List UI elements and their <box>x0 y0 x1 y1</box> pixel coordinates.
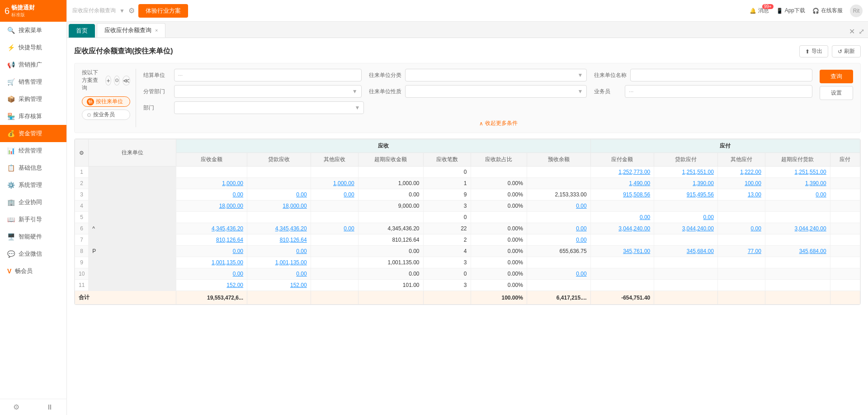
table-footer-row: 合计 19,553,472,6... 100.00% 6,417,215....… <box>75 291 860 305</box>
dept-input[interactable]: ▼ <box>174 85 362 98</box>
page-header: 应收应付余额查询(按往来单位) ⬆ 导出 ↺ 刷新 <box>74 45 861 57</box>
table-row: 4 18,000.00 18,000.00 9,000.00 3 0.00% 0… <box>75 200 860 212</box>
top-bar: 应收应付余额查询 ▼ ⚙ 体验行业方案 🔔 消息 99+ 📱 App下载 🎧 在… <box>67 0 868 22</box>
breadcrumb-dropdown-icon[interactable]: ▼ <box>119 8 125 14</box>
table-row: 3 0.00 0.00 0.00 0.00 9 0.00% 2,153,333.… <box>75 189 860 200</box>
scheme-by-salesman[interactable]: ⊙ 按业务员 <box>82 110 130 120</box>
app-name: 畅捷通财 <box>11 4 35 12</box>
table-row: 5 0 0.00 0.00 <box>75 212 860 223</box>
col-group-payable: 应付 <box>590 139 860 153</box>
bell-icon: 🔔 <box>750 8 756 14</box>
partner-name-input[interactable] <box>630 69 812 81</box>
sidebar-item-hardware[interactable]: 🖥️ 智能硬件 <box>0 228 66 245</box>
solution-button[interactable]: 体验行业方案 <box>138 4 188 18</box>
col-rec-overdue: 超期应收金额 <box>358 153 423 167</box>
page-content: 应收应付余额查询(按往来单位) ⬆ 导出 ↺ 刷新 <box>67 38 868 415</box>
hardware-icon: 🖥️ <box>7 233 15 240</box>
sidebar-item-wecom[interactable]: 💬 企业微信 <box>0 245 66 262</box>
col-pay-amount: 应付金额 <box>590 153 654 167</box>
edit-scheme-icon[interactable]: ⊙ <box>114 76 120 86</box>
tab-home[interactable]: 首页 <box>69 24 95 38</box>
filter-dept: 分管部门 ▼ <box>143 85 362 98</box>
marketing-icon: 📢 <box>7 61 15 68</box>
sidebar-item-guide[interactable]: 📖 新手引导 <box>0 211 66 228</box>
col-pay-overdue: 超期应付货款 <box>765 153 830 167</box>
refresh-button[interactable]: ↺ 刷新 <box>832 45 861 57</box>
table-row: 1 0 1,252,773.00 1,251,551.00 1,222.00 <box>75 167 860 178</box>
basic-icon: 📋 <box>7 164 15 172</box>
sidebar-item-finance[interactable]: 💰 资金管理 <box>0 125 66 142</box>
system-icon: ⚙️ <box>7 181 15 189</box>
collapse-btn[interactable]: ∧ 收起更多条件 <box>143 119 853 127</box>
sidebar-item-operations[interactable]: 📊 经营管理 <box>0 142 66 159</box>
top-bar-right: 🔔 消息 99+ 📱 App下载 🎧 在线客服 Rit <box>750 5 863 17</box>
table-row: 10 0.00 0.00 0.00 0 0.00% 0.00 <box>75 268 860 280</box>
purchase-icon: 📦 <box>7 95 15 103</box>
footer-rec-ratio: 100.00% <box>471 291 527 305</box>
tab-close-icon[interactable]: × <box>155 28 158 33</box>
more-scheme-icon[interactable]: ≪ <box>123 76 130 86</box>
setting-button[interactable]: 设置 <box>820 86 853 100</box>
breadcrumb: 应收应付余额查询 <box>72 7 116 14</box>
sidebar: 6 畅捷通财 标准版 🔍 搜索菜单 ⚡ 快捷导航 📢 营销推广 🛒 销售管理 📦… <box>0 0 67 415</box>
add-scheme-icon[interactable]: + <box>105 76 111 86</box>
online-service-btn[interactable]: 🎧 在线客服 <box>812 7 843 14</box>
col-rec-amount: 应收金额 <box>176 153 247 167</box>
data-table: ⚙ 往来单位 应收 应付 应收金额 贷款应收 其他应收 超期应收金额 应收笔数 <box>75 139 860 305</box>
filter-partner-nature: 往来单位性质 ▼ <box>369 85 587 98</box>
query-button[interactable]: 查询 <box>820 70 853 83</box>
service-icon: 🎧 <box>812 8 819 14</box>
salesman-input[interactable]: ··· <box>625 85 812 98</box>
scheme-partner-icon: 畅 <box>87 98 94 105</box>
sidebar-item-system[interactable]: ⚙️ 系统管理 <box>0 176 66 194</box>
refresh-icon: ↺ <box>838 48 842 55</box>
page-header-actions: ⬆ 导出 ↺ 刷新 <box>799 45 861 57</box>
sidebar-item-collab[interactable]: 🏢 企业协同 <box>0 194 66 211</box>
collapse-sidebar-icon[interactable]: ⏸ <box>46 403 53 411</box>
col-pay-other: 其他应付 <box>717 153 765 167</box>
sidebar-item-purchase[interactable]: 📦 采购管理 <box>0 91 66 108</box>
filter-area: 按以下方案查询 + ⊙ ≪ 畅 按往来单位 ⊙ 按业务员 <box>74 63 861 133</box>
sidebar-logo: 6 畅捷通财 标准版 <box>0 0 66 22</box>
app-download-btn[interactable]: 📱 App下载 <box>776 7 805 14</box>
table-row: 2 1,000.00 1,000.00 1,000.00 1 0.00% 1,4… <box>75 178 860 189</box>
search-icon: 🔍 <box>7 27 15 34</box>
tab-expand-icon[interactable]: ⤢ <box>859 27 864 36</box>
notification-badge: 99+ <box>762 4 774 9</box>
sidebar-item-sales[interactable]: 🛒 销售管理 <box>0 73 66 91</box>
quicknav-icon: ⚡ <box>7 44 15 51</box>
filter-row-3: 部门 ▼ <box>143 101 812 114</box>
partner-nature-input[interactable]: ▼ <box>405 85 587 98</box>
tab-current[interactable]: 应收应付余额查询 × <box>97 23 165 38</box>
user-avatar[interactable]: Rit <box>850 5 863 17</box>
export-button[interactable]: ⬆ 导出 <box>799 45 828 57</box>
settings-bottom-icon[interactable]: ⚙ <box>13 403 19 411</box>
branch-dept-input[interactable]: ▼ <box>174 101 364 114</box>
sidebar-item-quicknav[interactable]: ⚡ 快捷导航 <box>0 39 66 56</box>
filter-right-actions: 查询 设置 <box>820 69 853 118</box>
vip-icon: V <box>7 267 11 275</box>
footer-rec-amount: 19,553,472,6... <box>176 291 247 305</box>
col-group-receivable: 应收 <box>176 139 590 153</box>
settlement-unit-input[interactable]: ··· <box>174 69 362 81</box>
gear-settings-icon[interactable]: ⚙ <box>79 150 84 156</box>
col-rec-advance: 预收余额 <box>527 153 590 167</box>
table-row: 6 ^ 4,345,436.20 4,345,436.20 0.00 4,345… <box>75 223 860 234</box>
footer-pay-amount: -654,751.40 <box>590 291 654 305</box>
filter-branch-dept: 部门 ▼ <box>143 101 364 114</box>
sidebar-item-vip[interactable]: V 畅会员 <box>0 262 66 280</box>
partner-category-input[interactable]: ▼ <box>405 69 587 81</box>
filter-settlement-unit: 结算单位 ··· <box>143 69 362 81</box>
table-row: 11 152.00 152.00 101.00 3 0.00% <box>75 280 860 291</box>
app-download-label: App下载 <box>785 7 805 14</box>
col-pay-loan: 贷款应付 <box>654 153 718 167</box>
sidebar-item-search[interactable]: 🔍 搜索菜单 <box>0 22 66 39</box>
sidebar-item-marketing[interactable]: 📢 营销推广 <box>0 56 66 73</box>
sidebar-item-basic[interactable]: 📋 基础信息 <box>0 159 66 176</box>
settings-icon[interactable]: ⚙ <box>128 6 135 15</box>
tab-close-window-icon[interactable]: ✕ <box>849 27 855 36</box>
notification-bell[interactable]: 🔔 消息 99+ <box>750 7 769 14</box>
sidebar-item-inventory[interactable]: 🏪 库存核算 <box>0 108 66 125</box>
scheme-by-partner[interactable]: 畅 按往来单位 <box>82 96 130 107</box>
col-gear[interactable]: ⚙ <box>75 139 89 167</box>
